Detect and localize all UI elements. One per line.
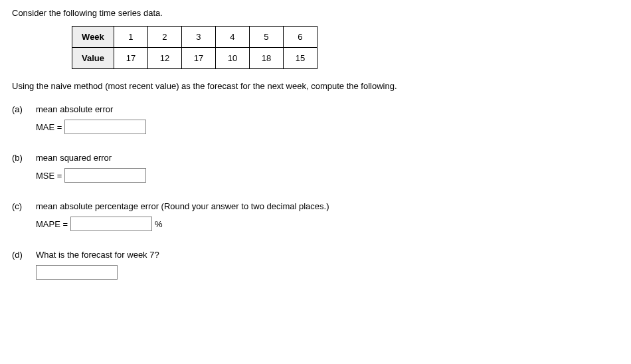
part-a-text: mean absolute error: [36, 104, 619, 114]
part-a-label: (a): [12, 104, 36, 114]
week-cell: 4: [215, 27, 249, 48]
mse-prefix: MSE =: [36, 171, 62, 181]
mape-input[interactable]: [70, 217, 152, 231]
part-c: (c) mean absolute percentage error (Roun…: [12, 201, 619, 231]
week-cell: 6: [283, 27, 317, 48]
mape-prefix: MAPE =: [36, 219, 68, 229]
value-cell: 17: [181, 48, 215, 69]
value-cell: 17: [114, 48, 147, 69]
time-series-table: Week 1 2 3 4 5 6 Value 17 12 17 10 18 15: [72, 26, 317, 69]
mse-input[interactable]: [64, 168, 146, 183]
prompt-text: Using the naive method (most recent valu…: [12, 81, 619, 91]
week-cell: 1: [114, 27, 147, 48]
week-cell: 2: [147, 27, 181, 48]
forecast-input[interactable]: [36, 265, 118, 280]
part-c-text: mean absolute percentage error (Round yo…: [36, 201, 619, 211]
part-b-text: mean squared error: [36, 153, 619, 163]
intro-text: Consider the following time series data.: [12, 8, 619, 18]
table-row: Value 17 12 17 10 18 15: [72, 48, 317, 69]
part-d-text: What is the forecast for week 7?: [36, 250, 619, 260]
value-cell: 10: [215, 48, 249, 69]
value-cell: 15: [283, 48, 317, 69]
mae-prefix: MAE =: [36, 122, 62, 132]
value-cell: 12: [147, 48, 181, 69]
week-cell: 3: [181, 27, 215, 48]
week-header: Week: [72, 27, 114, 48]
part-a: (a) mean absolute error MAE =: [12, 104, 619, 134]
mae-input[interactable]: [64, 120, 146, 134]
part-c-label: (c): [12, 201, 36, 211]
part-d: (d) What is the forecast for week 7?: [12, 250, 619, 280]
part-b: (b) mean squared error MSE =: [12, 153, 619, 183]
value-header: Value: [72, 48, 114, 69]
part-d-label: (d): [12, 250, 36, 260]
value-cell: 18: [249, 48, 283, 69]
table-row: Week 1 2 3 4 5 6: [72, 27, 317, 48]
mape-suffix: %: [155, 219, 163, 229]
part-b-label: (b): [12, 153, 36, 163]
week-cell: 5: [249, 27, 283, 48]
